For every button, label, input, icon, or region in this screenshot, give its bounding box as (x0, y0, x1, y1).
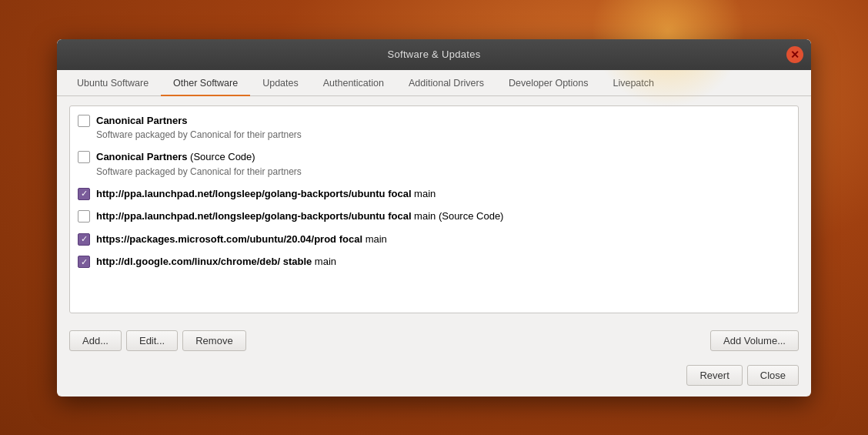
repo-list: Canonical Partners Software packaged by … (69, 105, 799, 313)
tab-updates[interactable]: Updates (250, 70, 311, 96)
tab-livepatch[interactable]: Livepatch (600, 70, 666, 96)
add-button[interactable]: Add... (69, 330, 122, 351)
tab-additional-drivers[interactable]: Additional Drivers (396, 70, 496, 96)
checkbox-canonical-partners[interactable] (78, 115, 90, 127)
list-item[interactable]: ✓ https://packages.microsoft.com/ubuntu/… (70, 228, 798, 251)
tab-authentication[interactable]: Authentication (311, 70, 396, 96)
list-item[interactable]: Canonical Partners Software packaged by … (70, 109, 798, 146)
footer-row: Revert Close (57, 359, 811, 397)
repo-name: http://ppa.launchpad.net/longsleep/golan… (96, 188, 412, 199)
revert-button[interactable]: Revert (686, 365, 742, 386)
repo-name: Canonical Partners (96, 151, 188, 162)
checkbox-ppa-golang-source[interactable] (78, 210, 90, 223)
dialog-title: Software & Updates (387, 49, 480, 60)
remove-button[interactable]: Remove (182, 330, 245, 351)
checkbox-ppa-golang[interactable]: ✓ (78, 188, 90, 200)
checkbox-microsoft-prod[interactable]: ✓ (78, 233, 90, 246)
action-buttons-row: Add... Edit... Remove Add Volume... (57, 323, 811, 359)
repo-description: Software packaged by Canonical for their… (96, 165, 790, 179)
repo-name: https://packages.microsoft.com/ubuntu/20… (96, 233, 362, 245)
tab-developer-options[interactable]: Developer Options (496, 70, 601, 96)
repo-name: http://ppa.launchpad.net/longsleep/golan… (96, 210, 412, 222)
list-item[interactable]: http://ppa.launchpad.net/longsleep/golan… (70, 205, 798, 228)
tab-ubuntu-software[interactable]: Ubuntu Software (65, 70, 161, 96)
close-button[interactable]: Close (747, 365, 799, 386)
list-item[interactable]: ✓ http://ppa.launchpad.net/longsleep/gol… (70, 182, 798, 206)
titlebar: Software & Updates ✕ (57, 39, 811, 70)
repo-name: http://dl.google.com/linux/chrome/deb/ s… (96, 256, 312, 267)
tabs-bar: Ubuntu Software Other Software Updates A… (57, 70, 811, 96)
list-item[interactable]: ✓ http://dl.google.com/linux/chrome/deb/… (70, 250, 798, 273)
checkbox-google-chrome[interactable]: ✓ (78, 256, 90, 268)
repo-name: Canonical Partners (96, 115, 188, 126)
software-updates-dialog: Software & Updates ✕ Ubuntu Software Oth… (57, 39, 811, 397)
edit-button[interactable]: Edit... (126, 330, 178, 351)
list-item[interactable]: Canonical Partners (Source Code) Softwar… (70, 146, 798, 182)
checkbox-canonical-partners-source[interactable] (78, 151, 90, 163)
content-area: Canonical Partners Software packaged by … (57, 96, 811, 323)
add-volume-button[interactable]: Add Volume... (710, 330, 799, 351)
tab-other-software[interactable]: Other Software (161, 70, 250, 96)
close-window-button[interactable]: ✕ (786, 46, 803, 63)
repo-description: Software packaged by Canonical for their… (96, 128, 790, 142)
